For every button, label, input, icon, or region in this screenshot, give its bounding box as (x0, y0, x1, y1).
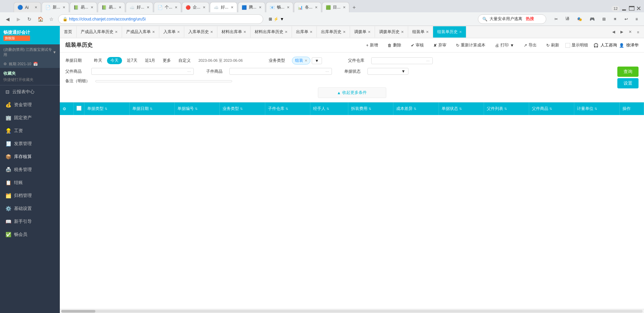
sidebar-item-guide[interactable]: 📖 新手引导 (0, 215, 60, 228)
sidebar-item-settlement[interactable]: 📋 结账 (0, 176, 60, 189)
nav-tab-out-history-close[interactable]: ✕ (343, 30, 346, 34)
sidebar-item-tax[interactable]: 🖨️ 税务管理 (0, 163, 60, 176)
nav-tab-in-history-close[interactable]: ✕ (210, 30, 213, 34)
nav-tab-transfer[interactable]: 调拨单 ✕ (350, 26, 375, 38)
nav-tab-product-in[interactable]: 产成品入库单 ✕ (122, 26, 159, 38)
parent-goods-input[interactable]: ··· (91, 68, 194, 75)
nav-tab-material-out-history-close[interactable]: ✕ (285, 30, 287, 34)
tab-yi2[interactable]: 📗 易... ✕ (98, 2, 125, 12)
th-bill-status[interactable]: 单据状态⇅ (439, 102, 484, 115)
th-bill-no[interactable]: 单据编号⇅ (175, 102, 220, 115)
nav-tab-product-history-close[interactable]: ✕ (115, 30, 118, 34)
nav-tab-home[interactable]: 首页 (60, 26, 77, 38)
th-bill-date[interactable]: 单据日期⇅ (129, 102, 174, 115)
tab-teng-close[interactable]: ✕ (259, 5, 261, 9)
close-btn[interactable]: ✕ (636, 5, 641, 12)
scrollbar-track[interactable] (61, 310, 643, 313)
nav-tab-assembly[interactable]: 组装单 ✕ (408, 26, 433, 38)
display-hint-checkbox[interactable] (565, 43, 570, 48)
tab-chang-close[interactable]: ✕ (287, 5, 290, 9)
tab-yi1[interactable]: 📗 易... ✕ (70, 2, 97, 12)
tab-yi1-close[interactable]: ✕ (91, 5, 93, 9)
maximize-btn[interactable]: 🗖 (629, 5, 635, 12)
tab-qi[interactable]: 🔴 企... ✕ (182, 2, 209, 12)
tab-hao2[interactable]: ☁️ 好... ✕ (210, 2, 237, 12)
company-selector[interactable]: (勿删勿禁用) 江西服宝测试专用 ▼ (0, 44, 60, 60)
tab-left-arrow[interactable]: ◀ (610, 28, 617, 35)
th-biz-type[interactable]: 业务类型⇅ (220, 102, 265, 115)
abandon-button[interactable]: ✘ 弃审 (430, 41, 450, 49)
status-dropdown[interactable]: ▼ (367, 68, 408, 75)
emoji-icon[interactable]: 🎭 (574, 15, 585, 23)
tab-qi-close[interactable]: ✕ (203, 5, 205, 9)
back-button[interactable]: ◀ (3, 15, 12, 23)
th-parent-goods[interactable]: 父件商品⇅ (529, 102, 574, 115)
tab-yi2-close[interactable]: ✕ (119, 5, 121, 9)
th-cost-diff[interactable]: 成本差异⇅ (393, 102, 439, 115)
sidebar-item-member[interactable]: ✅ 畅会员 (0, 228, 60, 241)
nav-tab-material-out-history[interactable]: 材料出库单历史 ✕ (251, 26, 292, 38)
header-checkbox[interactable] (77, 106, 81, 111)
consult-label[interactable]: 人工咨询 (601, 42, 617, 48)
refresh-browser-button[interactable]: ↻ (25, 15, 33, 23)
tab-doc1-close[interactable]: ✕ (63, 5, 65, 9)
lightning-icon[interactable]: ⚡ (273, 17, 279, 22)
tab-doc1[interactable]: 📄 新... ✕ (42, 2, 69, 12)
scissors-icon[interactable]: ✂ (552, 15, 561, 23)
tab-hao1-close[interactable]: ✕ (147, 5, 149, 9)
collapse-button[interactable]: ▲ 收起更多条件 (318, 87, 386, 98)
th-assembly-cost[interactable]: 拆装费用⇅ (348, 102, 393, 115)
th-settings[interactable]: ⚙ (60, 102, 73, 115)
nav-tab-transfer-history-close[interactable]: ✕ (401, 30, 404, 34)
th-bill-type[interactable]: 单据类型⇅ (84, 102, 129, 115)
nav-tab-out-history[interactable]: 出库单历史 ✕ (317, 26, 350, 38)
bookmark-button[interactable]: ☆ (47, 15, 55, 23)
sidebar-item-reports[interactable]: ⊟ 云报表中心 (0, 85, 60, 98)
date-btn-1month[interactable]: 近1月 (142, 57, 158, 64)
tab-chang[interactable]: 📧 畅... ✕ (266, 2, 293, 12)
nav-tab-material-out-close[interactable]: ✕ (243, 30, 246, 34)
parent-warehouse-input[interactable]: ··· (371, 57, 433, 64)
nav-tab-transfer-close[interactable]: ✕ (368, 30, 371, 34)
tab-hao1[interactable]: ☁️ 好... ✕ (126, 2, 153, 12)
sidebar-item-inventory[interactable]: 📦 库存核算 (0, 150, 60, 163)
horizontal-scrollbar[interactable] (60, 309, 644, 313)
query-button[interactable]: 查询 (617, 67, 639, 77)
game-icon[interactable]: 🎮 (587, 15, 598, 23)
qr-icon[interactable]: ⊞ (269, 17, 272, 22)
nav-tab-in[interactable]: 入库单 ✕ (159, 26, 184, 38)
nav-tab-assembly-history[interactable]: 组装单历史 ✕ (433, 26, 466, 38)
undo-icon[interactable]: ↩ (622, 15, 631, 23)
tab-ai[interactable]: 🔵 Ai ✕ (14, 2, 41, 12)
print-button[interactable]: 🖨 打印 ▼ (492, 41, 518, 49)
nav-tab-product-history[interactable]: 产成品入库单历史 ✕ (77, 26, 122, 38)
tab-mu-close[interactable]: ✕ (343, 5, 346, 9)
restore-btn[interactable]: 🗕 (621, 5, 627, 12)
tab-teng[interactable]: 🟦 腾... ✕ (238, 2, 265, 12)
sidebar-item-invoice[interactable]: 🧾 发票管理 (0, 137, 60, 150)
nav-tab-assembly-close[interactable]: ✕ (426, 30, 429, 34)
biz-type-tag-close[interactable]: ✕ (305, 59, 307, 62)
nav-tab-assembly-history-close[interactable]: ✕ (459, 30, 462, 34)
recalculate-button[interactable]: ↻ 重新计算成本 (453, 41, 489, 49)
delete-button[interactable]: 🗑 删除 (384, 41, 405, 49)
tab-ge2[interactable]: 📊 各... ✕ (294, 2, 321, 12)
nav-tab-transfer-history[interactable]: 调拨单历史 ✕ (375, 26, 408, 38)
nav-tab-material-out[interactable]: 材料出库单 ✕ (217, 26, 251, 38)
nav-tab-out-close[interactable]: ✕ (310, 30, 312, 34)
th-handler[interactable]: 经手人⇅ (310, 102, 348, 115)
th-checkbox[interactable] (73, 102, 84, 115)
home-button[interactable]: 🏠 (36, 15, 44, 23)
biz-type-dropdown[interactable]: ▼ (312, 57, 322, 64)
nav-tab-product-in-close[interactable]: ✕ (152, 30, 155, 34)
date-btn-today[interactable]: 今天 (107, 57, 122, 64)
sun-icon[interactable]: ☀ (611, 15, 620, 23)
th-parent-list[interactable]: 父件列表⇅ (484, 102, 529, 115)
tab-mu[interactable]: 🟩 目... ✕ (322, 2, 349, 12)
grid-icon[interactable]: ⊞ (600, 15, 608, 23)
menu-icon[interactable]: ≡ (633, 15, 641, 23)
date-btn-yesterday[interactable]: 昨天 (91, 57, 105, 64)
audit-button[interactable]: ✔ 审核 (407, 41, 427, 49)
tab-ge-close[interactable]: ✕ (175, 5, 177, 9)
browser-search-box[interactable]: 🔍 大量安卓用户逃离 热搜 (478, 14, 546, 24)
